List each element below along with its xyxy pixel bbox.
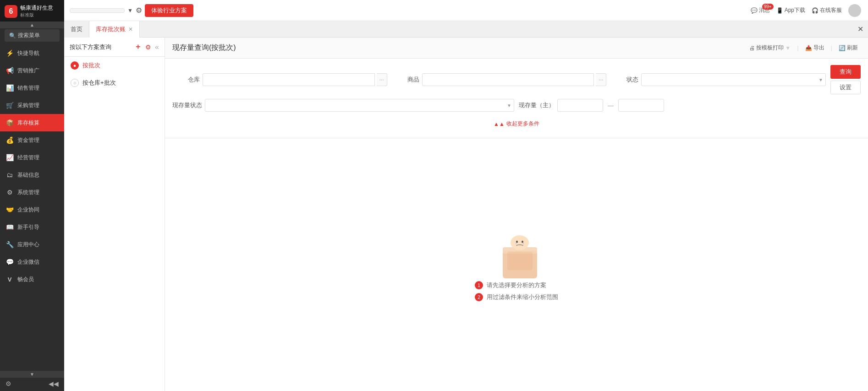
status-field: 状态 ▼ <box>611 73 826 86</box>
sidebar-scroll-down[interactable]: ▼ <box>0 371 64 378</box>
settings-gear-button[interactable]: ⚙ <box>136 6 142 15</box>
print-icon: 🖨 <box>749 45 755 51</box>
product-label: 商品 <box>392 76 419 84</box>
app-download-label: App下载 <box>785 6 805 14</box>
sidebar-item-finance[interactable]: 💰 资金管理 <box>0 131 64 149</box>
topbar-left: ▼ ⚙ 体验行业方案 <box>70 4 747 17</box>
product-input-suffix[interactable]: ··· <box>596 73 606 86</box>
settings-icon[interactable]: ⚙ <box>5 380 11 387</box>
print-template-label: 按模板打印 <box>756 44 784 52</box>
sidebar-item-purchase[interactable]: 🛒 采购管理 <box>0 97 64 114</box>
sidebar-item-inventory[interactable]: 📦 库存核算 <box>0 114 64 131</box>
sidebar-item-enterprise[interactable]: 🤝 企业协同 <box>0 201 64 218</box>
svg-point-6 <box>516 243 516 244</box>
sidebar-item-guide[interactable]: 📖 新手引导 <box>0 218 64 236</box>
search-menu-button[interactable]: 🔍 搜索菜单 <box>5 29 60 42</box>
industry-solution-button[interactable]: 体验行业方案 <box>145 4 193 17</box>
settings-button[interactable]: 设置 <box>830 81 861 94</box>
stock-qty-max-input[interactable] <box>618 99 664 112</box>
marketing-label: 营销推广 <box>17 67 39 75</box>
stock-qty-dash: — <box>606 102 615 109</box>
sidebar-item-sales[interactable]: 📊 销售管理 <box>0 79 64 97</box>
action-divider-1: | <box>797 44 798 51</box>
dropdown-icon[interactable]: ▼ <box>127 7 133 14</box>
sidebar-item-system[interactable]: ⚙ 系统管理 <box>0 184 64 201</box>
export-button[interactable]: 📤 导出 <box>802 42 827 54</box>
finance-icon: 💰 <box>5 136 14 144</box>
sidebar-item-operations[interactable]: 📈 经营管理 <box>0 149 64 166</box>
filter-settings-button[interactable]: ⚙ <box>145 43 151 51</box>
collapse-sidebar-icon[interactable]: ◀◀ <box>49 380 59 387</box>
product-input[interactable] <box>422 73 594 86</box>
filter-add-button[interactable]: ＋ <box>134 42 142 52</box>
stock-status-label: 现存量状态 <box>172 101 202 109</box>
user-profile[interactable] <box>848 4 863 17</box>
product-input-wrapper: ··· <box>422 73 607 86</box>
query-button[interactable]: 查询 <box>830 65 861 79</box>
filter-item-by-batch[interactable]: ● 按批次 <box>64 57 165 74</box>
wechat-icon: 💬 <box>5 258 14 266</box>
stock-status-select[interactable] <box>205 99 514 112</box>
stock-qty-field: 现存量（主） — <box>519 99 861 112</box>
tab-inventory-batch[interactable]: 库存批次账 ✕ <box>89 21 140 38</box>
sidebar-item-wechat[interactable]: 💬 企业微信 <box>0 253 64 271</box>
sidebar-item-marketing[interactable]: 📢 营销推广 <box>0 62 64 79</box>
print-template-button[interactable]: 🖨 按模板打印 ▼ <box>747 42 793 54</box>
sidebar-search-area: 🔍 搜索菜单 <box>0 27 64 44</box>
sidebar-footer: ⚙ ◀◀ <box>0 376 64 391</box>
tip-num-2: 2 <box>475 293 483 301</box>
finance-label: 资金管理 <box>17 136 39 144</box>
content-area: 按以下方案查询 ＋ ⚙ « ● 按批次 ○ 按仓库+批次 现存量查询(按批次) <box>64 38 868 391</box>
sidebar-item-basic-info[interactable]: 🗂 基础信息 <box>0 166 64 184</box>
status-select[interactable] <box>641 73 826 86</box>
filter-item-warehouse-batch-icon: ○ <box>71 79 79 87</box>
tab-close-icon[interactable]: ✕ <box>128 26 133 33</box>
refresh-button[interactable]: 🔄 刷新 <box>836 42 861 54</box>
app-download-button[interactable]: 📱 App下载 <box>776 6 805 14</box>
tabbar: 首页 库存批次账 ✕ ✕ <box>64 21 868 38</box>
sidebar-item-app-center[interactable]: 🔧 应用中心 <box>0 236 64 253</box>
vip-icon: V <box>5 275 14 283</box>
print-dropdown-icon: ▼ <box>785 45 791 51</box>
filter-item-by-warehouse-batch[interactable]: ○ 按仓库+批次 <box>64 74 165 92</box>
search-menu-label: 搜索菜单 <box>18 32 40 39</box>
main-area: ▼ ⚙ 体验行业方案 💬 消息 99+ 📱 App下载 🎧 在线客服 <box>64 0 868 391</box>
topbar: ▼ ⚙ 体验行业方案 💬 消息 99+ 📱 App下载 🎧 在线客服 <box>64 0 868 21</box>
export-label: 导出 <box>813 44 824 52</box>
quick-nav-icon: ⚡ <box>5 49 14 57</box>
empty-state: 1 请先选择要分析的方案 2 用过滤条件来缩小分析范围 <box>165 138 868 391</box>
tab-panel-close-button[interactable]: ✕ <box>853 25 868 33</box>
warehouse-input[interactable] <box>203 73 375 86</box>
message-icon: 💬 <box>751 7 758 14</box>
sidebar-item-vip[interactable]: V 畅会员 <box>0 271 64 288</box>
purchase-label: 采购管理 <box>17 102 39 109</box>
headset-icon: 🎧 <box>812 7 819 14</box>
stock-qty-min-input[interactable] <box>557 99 603 112</box>
online-service-button[interactable]: 🎧 在线客服 <box>812 6 842 14</box>
system-label: 系统管理 <box>17 189 39 196</box>
message-button[interactable]: 💬 消息 99+ <box>751 6 770 14</box>
enterprise-label: 企业协同 <box>17 206 39 214</box>
filter-header-icons: ＋ ⚙ « <box>134 42 159 52</box>
inventory-label: 库存核算 <box>17 119 39 127</box>
filter-header: 按以下方案查询 ＋ ⚙ « <box>64 38 165 57</box>
sidebar-scroll-up[interactable]: ▲ <box>0 22 64 28</box>
warehouse-input-suffix[interactable]: ··· <box>377 73 387 86</box>
empty-tips: 1 请先选择要分析的方案 2 用过滤条件来缩小分析范围 <box>475 281 558 301</box>
query-row-2: 现存量状态 ▼ 现存量（主） — <box>172 99 861 112</box>
svg-point-3 <box>511 235 529 250</box>
purchase-icon: 🛒 <box>5 101 14 109</box>
filter-collapse-button[interactable]: « <box>155 43 159 51</box>
product-field: 商品 ··· <box>392 73 607 86</box>
svg-point-7 <box>523 243 524 244</box>
app-center-icon: 🔧 <box>5 240 14 249</box>
quick-nav-label: 快捷导航 <box>17 49 39 57</box>
basic-info-label: 基础信息 <box>17 171 39 179</box>
message-badge: 99+ <box>762 4 774 10</box>
tab-home[interactable]: 首页 <box>64 21 89 38</box>
collapse-more-conditions[interactable]: ▲▲ 收起更多条件 <box>172 116 861 131</box>
query-area: 现存量查询(按批次) 🖨 按模板打印 ▼ | 📤 导出 | 🔄 <box>165 38 868 391</box>
vip-label: 畅会员 <box>17 276 34 283</box>
tab-inventory-batch-label: 库存批次账 <box>96 25 126 33</box>
sidebar-item-quick-nav[interactable]: ⚡ 快捷导航 <box>0 44 64 62</box>
